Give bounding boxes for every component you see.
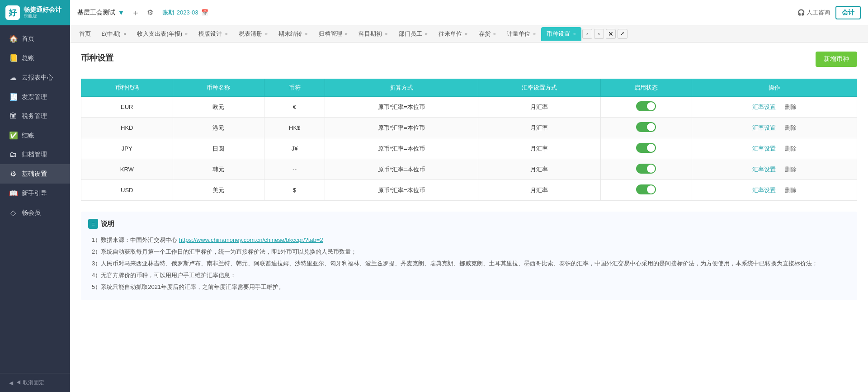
tab-close-4[interactable]: × <box>265 31 268 37</box>
toggle-4[interactable] <box>636 184 656 194</box>
sidebar-pin-toggle[interactable]: ◀ ◀ 取消固定 <box>0 373 70 392</box>
sidebar-label-9: 畅会员 <box>22 209 41 217</box>
cell-name-0: 欧元 <box>173 97 264 118</box>
calendar-icon[interactable]: 📅 <box>201 9 208 16</box>
cell-symbol-4: $ <box>264 180 325 201</box>
cell-status-1[interactable] <box>600 118 692 138</box>
tab-label-1: £(中期) <box>102 30 121 38</box>
notice-title-text: 说明 <box>101 220 114 228</box>
tab-模版设计[interactable]: 模版设计× <box>193 27 233 41</box>
sidebar-item-新手引导[interactable]: 📖新手引导 <box>0 184 70 203</box>
service-button[interactable]: 🎧 人工咨询 <box>797 9 830 17</box>
toggle-0[interactable] <box>636 101 656 111</box>
tab-期末结转[interactable]: 期末结转× <box>273 27 313 41</box>
tab-close-12[interactable]: × <box>573 31 576 37</box>
tab-科目期初[interactable]: 科目期初× <box>353 27 393 41</box>
tab-close-11[interactable]: × <box>533 31 536 37</box>
sidebar-item-基础设置[interactable]: ⚙基础设置 <box>0 164 70 184</box>
cell-conversion-4: 原币*汇率=本位币 <box>325 180 478 201</box>
cell-status-2[interactable] <box>600 138 692 159</box>
tab-close-3[interactable]: × <box>225 31 227 37</box>
tab-£(中期)[interactable]: £(中期)× <box>96 27 132 41</box>
sidebar-item-结账[interactable]: ✅结账 <box>0 126 70 145</box>
rate-setting-link-3[interactable]: 汇率设置 <box>752 166 776 173</box>
sidebar-icon-6: 🗂 <box>9 151 17 159</box>
sidebar-item-总账[interactable]: 📒总账 <box>0 48 70 68</box>
notice-list: 1）数据来源：中国外汇交易中心 https://www.chinamoney.c… <box>88 234 850 293</box>
headset-icon: 🎧 <box>797 9 805 16</box>
cell-status-4[interactable] <box>600 180 692 201</box>
toggle-thumb-0 <box>647 102 655 110</box>
col-action: 操作 <box>692 79 857 97</box>
rate-setting-link-0[interactable]: 汇率设置 <box>752 104 776 110</box>
tab-close-10[interactable]: × <box>493 31 496 37</box>
cell-name-3: 韩元 <box>173 159 264 180</box>
tab-往来单位[interactable]: 往来单位× <box>433 27 473 41</box>
tab-expand-button[interactable]: ⤢ <box>618 29 627 39</box>
sidebar-item-云报表中心[interactable]: ☁云报表中心 <box>0 68 70 87</box>
tab-税表清册[interactable]: 税表清册× <box>233 27 273 41</box>
table-body: EUR 欧元 € 原币*汇率=本位币 月汇率 汇率设置 删除 HKD 港元 HK… <box>81 97 857 201</box>
tab-归档管理[interactable]: 归档管理× <box>313 27 353 41</box>
tab-next-button[interactable]: › <box>594 29 604 39</box>
notice-link[interactable]: https://www.chinamoney.com.cn/chinese/bk… <box>179 236 323 243</box>
tab-close-1[interactable]: × <box>123 31 126 37</box>
sidebar-item-税务管理[interactable]: 🏛税务管理 <box>0 107 70 126</box>
tab-close-5[interactable]: × <box>305 31 307 37</box>
rate-setting-link-2[interactable]: 汇率设置 <box>752 145 776 152</box>
tab-prev-button[interactable]: ‹ <box>582 29 592 39</box>
new-currency-button[interactable]: 新增币种 <box>816 52 857 67</box>
cell-symbol-1: HK$ <box>264 118 325 138</box>
company-selector[interactable]: 基层工会测试 ▼ <box>77 9 124 17</box>
tab-close-8[interactable]: × <box>425 31 428 37</box>
period-value[interactable]: 2023-03 <box>177 9 198 16</box>
tab-收入支出表(年报)[interactable]: 收入支出表(年报)× <box>132 27 193 41</box>
tab-label-5: 期末结转 <box>278 30 302 38</box>
cell-status-0[interactable] <box>600 97 692 118</box>
cell-status-3[interactable] <box>600 159 692 180</box>
add-tab-button[interactable]: ＋ <box>130 7 142 18</box>
cell-code-0: EUR <box>81 97 173 118</box>
cell-code-4: USD <box>81 180 173 201</box>
tab-计量单位[interactable]: 计量单位× <box>501 27 541 41</box>
col-rate-type: 汇率设置方式 <box>478 79 600 97</box>
sidebar-icon-9: ◇ <box>9 208 17 217</box>
tab-存货[interactable]: 存货× <box>473 27 501 41</box>
tab-币种设置[interactable]: 币种设置× <box>541 27 581 41</box>
settings-gear-icon[interactable]: ⚙ <box>147 8 153 17</box>
tab-close-all-button[interactable]: ✕ <box>606 29 616 39</box>
tab-close-6[interactable]: × <box>345 31 348 37</box>
tab-close-7[interactable]: × <box>385 31 387 37</box>
logo-icon: 好 <box>5 5 20 20</box>
kuaiji-button[interactable]: 会计 <box>835 6 861 19</box>
tab-close-2[interactable]: × <box>185 31 188 37</box>
sidebar-item-归档管理[interactable]: 🗂归档管理 <box>0 145 70 164</box>
pin-icon: ◀ <box>9 380 13 386</box>
col-name: 币种名称 <box>173 79 264 97</box>
toggle-1[interactable] <box>636 122 656 132</box>
sidebar-icon-1: 📒 <box>9 54 17 62</box>
tab-首页[interactable]: 首页 <box>74 27 96 41</box>
toggle-3[interactable] <box>636 164 656 174</box>
delete-link-2[interactable]: 删除 <box>785 145 797 152</box>
cell-conversion-1: 原币*汇率=本位币 <box>325 118 478 138</box>
sidebar-item-首页[interactable]: 🏠首页 <box>0 29 70 48</box>
tab-部门员工[interactable]: 部门员工× <box>393 27 433 41</box>
notice-icon: ≡ <box>88 219 98 229</box>
sidebar-item-畅会员[interactable]: ◇畅会员 <box>0 203 70 222</box>
delete-link-3[interactable]: 删除 <box>785 166 797 173</box>
rate-setting-link-4[interactable]: 汇率设置 <box>752 187 776 194</box>
sidebar-label-3: 发票管理 <box>22 93 47 101</box>
sidebar-item-发票管理[interactable]: 🧾发票管理 <box>0 87 70 107</box>
rate-setting-link-1[interactable]: 汇率设置 <box>752 124 776 131</box>
toggle-2[interactable] <box>636 143 656 153</box>
cell-rate-2: 月汇率 <box>478 138 600 159</box>
tabbar: 首页£(中期)×收入支出表(年报)×模版设计×税表清册×期末结转×归档管理×科目… <box>70 25 868 43</box>
delete-link-4[interactable]: 删除 <box>785 187 797 194</box>
sidebar-label-2: 云报表中心 <box>22 74 53 82</box>
sidebar-icon-2: ☁ <box>9 73 17 82</box>
sidebar-label-6: 归档管理 <box>22 151 47 159</box>
delete-link-0[interactable]: 删除 <box>785 104 797 110</box>
delete-link-1[interactable]: 删除 <box>785 124 797 131</box>
tab-close-9[interactable]: × <box>465 31 467 37</box>
